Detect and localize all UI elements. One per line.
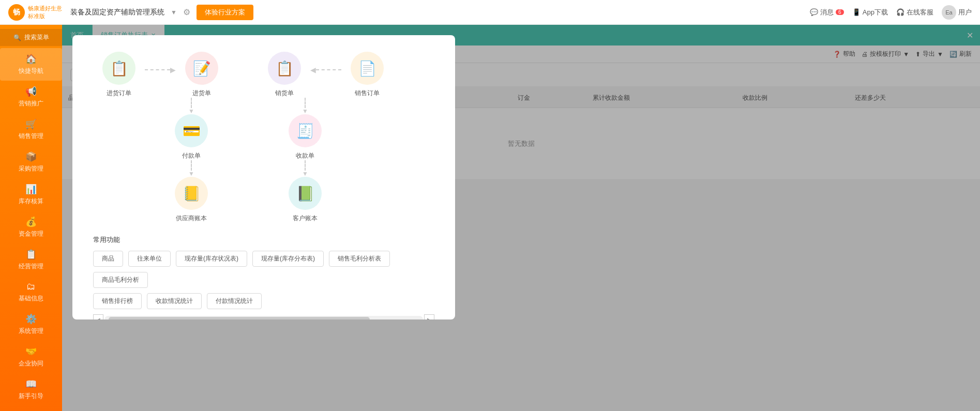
payment-icon: 💳 xyxy=(183,123,201,140)
marketing-icon: 📢 xyxy=(25,86,37,97)
trial-button[interactable]: 体验行业方案 xyxy=(197,5,253,20)
supplier-ledger-icon: 📒 xyxy=(183,185,201,202)
purchase-bill-label: 进货单 xyxy=(192,89,211,98)
sidebar-item-label: 库存核算 xyxy=(19,197,43,206)
message-icon: 💬 xyxy=(810,8,818,16)
func-btn-product-profit[interactable]: 商品毛利分析 xyxy=(93,272,148,288)
func-btn-product[interactable]: 商品 xyxy=(93,251,123,267)
dropdown-arrow-icon[interactable]: ▼ xyxy=(171,9,177,16)
flow-node-supplier-ledger[interactable]: 📒 供应商账本 xyxy=(165,177,217,223)
sidebar-item-finance[interactable]: 💰 资金管理 xyxy=(0,211,62,243)
func-row-2: 销售排行榜 收款情况统计 付款情况统计 xyxy=(93,293,434,309)
flow-node-payment[interactable]: 💳 付款单 xyxy=(165,114,217,160)
headset-icon: 🎧 xyxy=(896,8,904,16)
sidebar-item-label: 快捷导航 xyxy=(19,67,43,75)
arrow-v-payment: ▼ xyxy=(165,160,217,177)
sidebar-item-label: 销售管理 xyxy=(19,132,43,141)
avatar: Ea xyxy=(942,5,956,20)
flow-node-receipt[interactable]: 🧾 收款单 xyxy=(279,114,331,160)
sidebar-item-newbie[interactable]: 📖 新手引导 xyxy=(0,373,62,406)
sidebar-item-label: 基础信息 xyxy=(19,294,43,303)
system-icon: ⚙️ xyxy=(25,313,37,325)
logo-area: 畅 畅康通好生意 标准版 xyxy=(8,4,70,21)
home-icon: 🏠 xyxy=(25,53,37,65)
flow-node-purchase-order[interactable]: 📋 进货订单 xyxy=(93,52,145,98)
flow-node-customer-ledger[interactable]: 📗 客户账本 xyxy=(279,177,331,223)
scroll-left-button[interactable]: ◀ xyxy=(93,314,103,319)
sales-bill-label: 销货单 xyxy=(275,89,294,98)
finance-icon: 💰 xyxy=(25,216,37,227)
sidebar-item-cooperation[interactable]: 🤝 企业协同 xyxy=(0,341,62,373)
func-btn-counterpart[interactable]: 往来单位 xyxy=(128,251,171,267)
modal-dialog: 📋 进货订单 ▶ 📝 进货单 📋 xyxy=(72,35,455,319)
sidebar-item-operations[interactable]: 📋 经营管理 xyxy=(0,243,62,276)
modal-bottom-row: ◀ ▶ xyxy=(93,314,434,319)
sidebar-item-label: 经营管理 xyxy=(19,262,43,271)
operations-icon: 📋 xyxy=(25,249,37,260)
arrow-v-receipt: ▼ xyxy=(279,160,331,177)
receipt-icon: 🧾 xyxy=(296,123,314,140)
user-item[interactable]: Ea 用户 xyxy=(942,5,972,20)
supplier-ledger-circle: 📒 xyxy=(175,177,208,210)
search-icon: 🔍 xyxy=(13,34,21,41)
common-functions-title: 常用功能 xyxy=(93,235,434,245)
customer-ledger-circle: 📗 xyxy=(289,177,322,210)
func-btn-stock-dist[interactable]: 现存量(库存分布表) xyxy=(252,251,324,267)
basic-info-icon: 🗂 xyxy=(26,281,36,292)
flow-node-sales-order[interactable]: 📄 销售订单 xyxy=(341,52,393,98)
sidebar-item-marketing[interactable]: 📢 营销推广 xyxy=(0,81,62,113)
func-btn-stock-status[interactable]: 现存量(库存状况表) xyxy=(176,251,247,267)
flow-row2: 💳 付款单 🧾 收款单 xyxy=(93,114,434,160)
purchase-bill-circle: 📝 xyxy=(185,52,218,85)
payment-label: 付款单 xyxy=(182,151,201,160)
modal-overlay[interactable]: 📋 进货订单 ▶ 📝 进货单 📋 xyxy=(62,25,980,411)
sidebar-item-sales[interactable]: 🛒 销售管理 xyxy=(0,113,62,146)
sidebar-item-inventory[interactable]: 📊 库存核算 xyxy=(0,178,62,211)
online-service-item[interactable]: 🎧 在线客服 xyxy=(896,8,933,17)
horizontal-scrollbar[interactable] xyxy=(104,316,423,319)
arrow-sales-order-to-bill: ◀ xyxy=(310,66,341,74)
search-menu-item[interactable]: 🔍 搜索菜单 xyxy=(0,29,62,46)
sidebar-item-label: 营销推广 xyxy=(19,99,43,108)
sales-bill-icon: 📋 xyxy=(276,60,294,77)
func-btn-receipt-stats[interactable]: 收款情况统计 xyxy=(147,293,202,309)
sidebar-item-label: 系统管理 xyxy=(19,327,43,336)
customer-ledger-label: 客户账本 xyxy=(293,214,318,223)
sidebar-item-label: 资金管理 xyxy=(19,230,43,238)
inventory-icon: 📊 xyxy=(25,184,37,195)
header-right: 💬 消息 6 📱 App下载 🎧 在线客服 Ea 用户 xyxy=(810,5,972,20)
top-header: 畅 畅康通好生意 标准版 装备及固定资产辅助管理系统 ▼ ⚙ 体验行业方案 💬 … xyxy=(0,0,980,25)
arrow-v-sales-bill: ▼ xyxy=(279,98,331,114)
flow-node-sales-bill[interactable]: 📋 销货单 xyxy=(259,52,310,98)
arrow-purchase-order-to-bill: ▶ xyxy=(145,66,176,74)
sidebar-item-label: 企业协同 xyxy=(19,359,43,368)
purchase-order-circle: 📋 xyxy=(102,52,135,85)
v-arrows-row1: ▼ ▼ xyxy=(93,98,434,114)
system-title: 装备及固定资产辅助管理系统 xyxy=(70,8,164,17)
logo-text: 畅康通好生意 标准版 xyxy=(28,5,62,20)
func-btn-payment-stats[interactable]: 付款情况统计 xyxy=(207,293,262,309)
app-download-item[interactable]: 📱 App下载 xyxy=(852,8,888,17)
sidebar-item-purchase[interactable]: 📦 采购管理 xyxy=(0,146,62,178)
app-download-icon: 📱 xyxy=(852,8,861,16)
sales-icon: 🛒 xyxy=(25,118,37,130)
func-row-1: 商品 往来单位 现存量(库存状况表) 现存量(库存分布表) 销售毛利分析表 商品… xyxy=(93,251,434,288)
sidebar-item-system[interactable]: ⚙️ 系统管理 xyxy=(0,308,62,341)
sales-bill-circle: 📋 xyxy=(268,52,301,85)
sidebar: 🔍 搜索菜单 🏠 快捷导航 📢 营销推广 🛒 销售管理 📦 采购管理 📊 库存核… xyxy=(0,25,62,411)
sidebar-item-basic-info[interactable]: 🗂 基础信息 xyxy=(0,276,62,308)
sales-order-label: 销售订单 xyxy=(355,89,380,98)
cooperation-icon: 🤝 xyxy=(25,346,37,357)
func-btn-sales-rank[interactable]: 销售排行榜 xyxy=(93,293,142,309)
scroll-thumb xyxy=(109,317,370,319)
func-btn-sales-profit[interactable]: 销售毛利分析表 xyxy=(329,251,390,267)
sidebar-item-quick-nav[interactable]: 🏠 快捷导航 xyxy=(0,48,62,81)
receipt-circle: 🧾 xyxy=(289,114,322,147)
customer-ledger-icon: 📗 xyxy=(296,185,314,202)
logo-icon: 畅 xyxy=(8,4,25,21)
message-item[interactable]: 💬 消息 6 xyxy=(810,8,844,17)
scroll-right-button[interactable]: ▶ xyxy=(424,314,434,319)
flow-node-purchase-bill[interactable]: 📝 进货单 xyxy=(176,52,228,98)
search-menu-label: 搜索菜单 xyxy=(24,33,49,42)
gear-icon[interactable]: ⚙ xyxy=(183,7,190,17)
